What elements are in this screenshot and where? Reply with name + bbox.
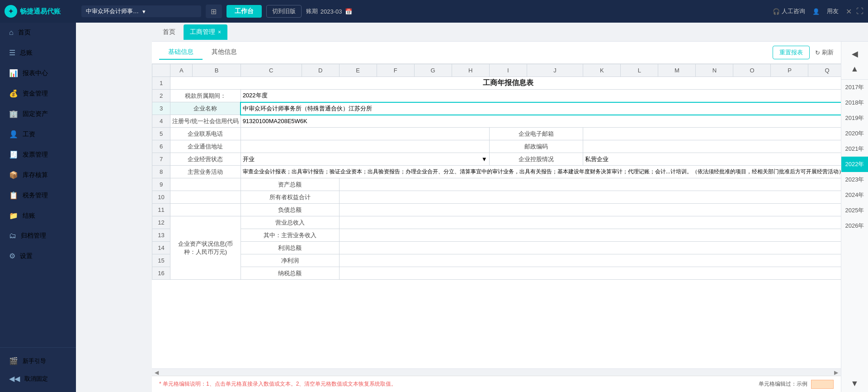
edited-cell-label: 单元格编辑过：示例 <box>759 380 807 388</box>
reset-button[interactable]: 重置报表 <box>773 46 810 59</box>
year-item-2023[interactable]: 2023年 <box>841 172 868 187</box>
edited-cell-box <box>811 380 834 389</box>
sub-tab-other[interactable]: 其他信息 <box>203 45 246 60</box>
year-item-2021[interactable]: 2021年 <box>841 141 868 157</box>
cell-tax-label: 纳税总额 <box>241 267 339 280</box>
ledger-icon: ☰ <box>9 48 15 57</box>
cell-revenue-value[interactable] <box>339 216 841 229</box>
sidebar-item-close[interactable]: 📁 结账 <box>0 206 76 226</box>
close-button[interactable]: ✕ <box>846 7 852 16</box>
year-up-button[interactable]: ▲ <box>849 62 861 76</box>
sidebar-label-archive: 归档管理 <box>21 232 46 240</box>
calendar-icon[interactable]: 📅 <box>345 8 352 15</box>
cell-postal-label: 邮政编码 <box>489 140 583 153</box>
scroll-left-btn[interactable]: ◀ <box>152 369 161 376</box>
table-row: 8 主营业务活动 审查企业会计报表；出具审计报告；验证企业资本；出具验资报告；办… <box>152 166 841 178</box>
sidebar-label-invoice: 发票管理 <box>23 151 48 159</box>
cell-profit-value[interactable] <box>339 242 841 254</box>
cell-email-value[interactable] <box>583 128 841 140</box>
scroll-right-btn[interactable]: ▶ <box>831 369 841 376</box>
sidebar-label-close: 结账 <box>23 212 35 220</box>
sidebar-scroll: ⌂ 首页 ☰ 总账 📊 报表中心 💰 资金管理 🏢 固定资产 👤 工资 <box>0 23 76 347</box>
cell-assets-value[interactable] <box>339 178 841 191</box>
assets-icon: 🏢 <box>9 110 18 118</box>
expand-button[interactable]: ⛶ <box>856 7 863 15</box>
year-item-2019[interactable]: 2019年 <box>841 110 868 126</box>
year-item-2022[interactable]: 2022年 <box>841 157 868 172</box>
header-right: 🎧 人工咨询 👤 用友 ✕ ⛶ <box>773 7 863 16</box>
company-selector[interactable]: 中审众环会计师事务所（特殊普通合伙... ▾ <box>81 5 201 17</box>
sub-tab-basic[interactable]: 基础信息 <box>159 45 203 60</box>
cell-equity-value[interactable] <box>339 191 841 204</box>
cell-tax-value[interactable] <box>339 267 841 280</box>
cell-address-value[interactable] <box>241 140 489 153</box>
col-header-a: A <box>170 64 193 77</box>
period-info: 账期 2023-03 📅 <box>306 7 352 15</box>
cell-net-profit-value[interactable] <box>339 254 841 267</box>
sidebar-item-home[interactable]: ⌂ 首页 <box>0 23 76 43</box>
status-dropdown-value: 开业 <box>243 155 255 163</box>
sidebar-item-ledger[interactable]: ☰ 总账 <box>0 43 76 63</box>
cell-business-value[interactable]: 审查企业会计报表；出具审计报告；验证企业资本；出具验资报告；办理企业合开、分立、… <box>241 166 841 178</box>
year-item-2017[interactable]: 2017年 <box>841 80 868 95</box>
row-num-16: 16 <box>152 267 170 280</box>
cell-status-value[interactable]: 开业 ▼ <box>241 153 489 166</box>
row-num-12: 12 <box>152 216 170 229</box>
row-num-11: 11 <box>152 204 170 216</box>
tab-business[interactable]: 工商管理 × <box>184 24 227 40</box>
old-version-button[interactable]: 切到旧版 <box>266 5 302 18</box>
sidebar-item-invoice[interactable]: 🧾 发票管理 <box>0 144 76 165</box>
col-header-f: F <box>377 64 414 77</box>
cell-title[interactable]: 工商年报信息表 <box>170 77 841 90</box>
cell-liability-value[interactable] <box>339 204 841 216</box>
sidebar-item-report[interactable]: 📊 报表中心 <box>0 63 76 83</box>
sidebar-item-tax[interactable]: 📋 税务管理 <box>0 185 76 206</box>
app-name: 畅捷通易代账 <box>20 7 61 16</box>
tab-close-button[interactable]: × <box>218 29 221 35</box>
main-content: 首页 工商管理 × 基础信息 其他信息 重置报表 <box>152 23 868 392</box>
sidebar-item-inventory[interactable]: 📦 库存核算 <box>0 165 76 185</box>
cell-period-value[interactable]: 2022年度 <box>241 90 841 102</box>
year-item-2020[interactable]: 2020年 <box>841 126 868 141</box>
cell-ownership-value[interactable]: 私营企业 <box>583 153 841 166</box>
cell-main-revenue-value[interactable] <box>339 229 841 242</box>
h-scrollbar[interactable]: ◀ ▶ <box>152 368 841 376</box>
year-down-button[interactable]: ▼ <box>849 377 861 392</box>
col-header-l: L <box>621 64 658 77</box>
year-item-2025[interactable]: 2025年 <box>841 203 868 218</box>
sidebar-item-guide[interactable]: 🎬 新手引导 <box>0 352 76 370</box>
table-row: 14 利润总额 <box>152 242 841 254</box>
sidebar-item-finance[interactable]: 💰 资金管理 <box>0 83 76 104</box>
cell-phone-value[interactable] <box>241 128 489 140</box>
year-item-2024[interactable]: 2024年 <box>841 187 868 203</box>
panel-collapse-button[interactable]: ◀ <box>850 47 860 61</box>
report-icon: 📊 <box>9 69 18 77</box>
cell-liability-label: 负债总额 <box>241 204 339 216</box>
table-row: 10 所有者权益合计 <box>152 191 841 204</box>
row-num-3: 3 <box>152 102 170 115</box>
sidebar-item-unpin[interactable]: ◀◀ 取消固定 <box>0 370 76 387</box>
sidebar-item-assets[interactable]: 🏢 固定资产 <box>0 104 76 124</box>
cell-company-value[interactable]: 中审众环会计师事务所（特殊普通合伙）江苏分所 <box>241 102 841 115</box>
year-item-2026[interactable]: 2026年 <box>841 218 868 234</box>
company-icon-btn[interactable]: ⊞ <box>206 5 222 18</box>
close-accounts-icon: 📁 <box>9 211 18 220</box>
row-num-15: 15 <box>152 254 170 267</box>
cell-reg-value[interactable]: 91320100MA208E5W6K <box>241 115 841 128</box>
consult-link[interactable]: 🎧 人工咨询 <box>773 7 805 15</box>
app-logo: ✦ 畅捷通易代账 <box>5 5 77 18</box>
settings-icon: ⚙ <box>9 252 15 260</box>
sidebar-item-salary[interactable]: 👤 工资 <box>0 124 76 144</box>
user-label[interactable]: 用友 <box>827 7 839 15</box>
year-item-2018[interactable]: 2018年 <box>841 95 868 110</box>
workbench-button[interactable]: 工作台 <box>226 5 262 18</box>
refresh-button[interactable]: ↻ 刷新 <box>815 48 834 57</box>
row-num-10: 10 <box>152 191 170 204</box>
h-scroll-inner[interactable] <box>161 370 831 375</box>
tab-home[interactable]: 首页 <box>156 24 182 40</box>
cell-postal-value[interactable] <box>583 140 841 153</box>
sidebar-item-archive[interactable]: 🗂 归档管理 <box>0 226 76 246</box>
col-header-g: G <box>414 64 452 77</box>
sidebar-item-settings[interactable]: ⚙ 设置 <box>0 246 76 266</box>
spreadsheet-wrapper[interactable]: A B C D E F G H I J K L <box>152 64 841 368</box>
